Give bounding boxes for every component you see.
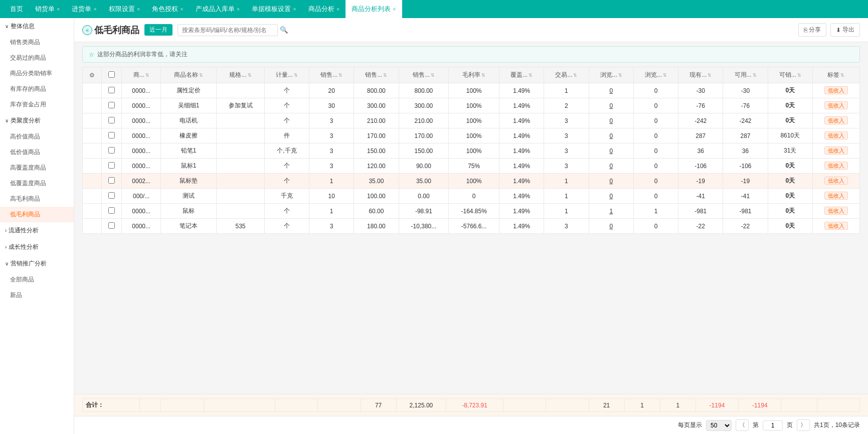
row-checkbox[interactable] bbox=[108, 222, 115, 229]
cell-unit: 千克 bbox=[264, 189, 309, 204]
cell-browse1[interactable]: 0 bbox=[589, 174, 633, 189]
cell-browse1[interactable]: 1 bbox=[589, 204, 633, 219]
row-checkbox[interactable] bbox=[108, 102, 115, 108]
cell-browse1[interactable]: 0 bbox=[589, 189, 633, 204]
nav-purchase-order[interactable]: 进货单 × bbox=[66, 0, 102, 18]
cell-name: 鼠标 bbox=[161, 204, 217, 219]
close-icon[interactable]: × bbox=[336, 6, 339, 12]
row-checkbox[interactable] bbox=[108, 132, 115, 138]
col-current-stock[interactable]: 现有...⇅ bbox=[678, 67, 723, 83]
col-transaction[interactable]: 交易...⇅ bbox=[544, 67, 589, 83]
cell-checkbox[interactable] bbox=[101, 219, 122, 234]
cell-browse1[interactable]: 0 bbox=[589, 159, 633, 174]
row-checkbox[interactable] bbox=[108, 117, 115, 123]
close-icon[interactable]: × bbox=[293, 6, 296, 12]
sidebar-item-high-margin[interactable]: 高毛利商品 bbox=[0, 191, 74, 207]
sidebar-item-low-value[interactable]: 低价值商品 bbox=[0, 144, 74, 160]
sidebar-item-sales-products[interactable]: 销售类商品 bbox=[0, 35, 74, 50]
close-icon[interactable]: × bbox=[237, 6, 240, 12]
cell-browse1[interactable]: 0 bbox=[589, 219, 633, 234]
col-spec[interactable]: 规格...⇅ bbox=[217, 67, 265, 83]
page-number-input[interactable] bbox=[763, 420, 783, 430]
cell-checkbox[interactable] bbox=[101, 204, 122, 219]
col-available[interactable]: 可用...⇅ bbox=[723, 67, 768, 83]
nav-sales-order[interactable]: 销货单 × bbox=[29, 0, 66, 18]
sidebar-item-all-products[interactable]: 全部商品 bbox=[0, 272, 74, 287]
cell-checkbox[interactable] bbox=[101, 98, 122, 113]
cell-browse1[interactable]: 0 bbox=[589, 83, 633, 98]
sidebar-item-traded-products[interactable]: 交易过的商品 bbox=[0, 50, 74, 66]
cell-checkbox[interactable] bbox=[101, 174, 122, 189]
col-saleable[interactable]: 可销...⇅ bbox=[768, 67, 812, 83]
sidebar-item-high-coverage[interactable]: 高覆盖度商品 bbox=[0, 160, 74, 176]
col-tag[interactable]: 标签⇅ bbox=[812, 67, 859, 83]
sidebar-collapse-button[interactable]: « bbox=[82, 25, 92, 35]
cell-browse1[interactable]: 0 bbox=[589, 113, 633, 128]
sidebar-item-stock-products[interactable]: 有库存的商品 bbox=[0, 81, 74, 97]
cell-checkbox[interactable] bbox=[101, 113, 122, 128]
row-checkbox[interactable] bbox=[108, 207, 115, 214]
col-browse2[interactable]: 浏览...⇅ bbox=[633, 67, 678, 83]
time-filter-button[interactable]: 近一月 bbox=[144, 24, 172, 36]
cell-sales-amt: 120.00 bbox=[354, 159, 399, 174]
col-gross-margin[interactable]: 毛利率⇅ bbox=[449, 67, 499, 83]
col-sales-profit[interactable]: 销售...⇅ bbox=[399, 67, 449, 83]
col-coverage[interactable]: 覆盖...⇅ bbox=[499, 67, 544, 83]
nav-role-auth[interactable]: 角色授权 × bbox=[146, 0, 189, 18]
cell-checkbox[interactable] bbox=[101, 189, 122, 204]
totals-sales-amt: 2,125.00 bbox=[396, 399, 446, 412]
col-name[interactable]: 商品名称⇅ bbox=[161, 67, 217, 83]
share-button[interactable]: ⎘ 分享 bbox=[798, 23, 826, 37]
cell-saleable: 0天 bbox=[768, 113, 812, 128]
cell-browse1[interactable]: 0 bbox=[589, 128, 633, 143]
col-sales-qty[interactable]: 销售...⇅ bbox=[309, 67, 354, 83]
nav-permission-settings[interactable]: 权限设置 × bbox=[103, 0, 146, 18]
search-button[interactable]: 🔍 bbox=[280, 26, 288, 34]
row-checkbox[interactable] bbox=[108, 177, 115, 184]
col-settings[interactable]: ⚙ bbox=[83, 67, 102, 83]
sidebar-group-marketing[interactable]: ∨ 营销推广分析 bbox=[0, 255, 74, 272]
sidebar-item-high-value[interactable]: 高价值商品 bbox=[0, 129, 74, 144]
cell-settings bbox=[83, 128, 102, 143]
nav-product-analysis[interactable]: 商品分析 × bbox=[302, 0, 345, 18]
sidebar-item-low-coverage[interactable]: 低覆盖度商品 bbox=[0, 176, 74, 191]
sidebar-item-stock-capital[interactable]: 库存资金占用 bbox=[0, 97, 74, 112]
nav-product-inbound[interactable]: 产成品入库单 × bbox=[190, 0, 246, 18]
sidebar-item-category-rate[interactable]: 商品分类助销率 bbox=[0, 66, 74, 81]
cell-checkbox[interactable] bbox=[101, 83, 122, 98]
row-checkbox[interactable] bbox=[108, 162, 115, 169]
row-checkbox[interactable] bbox=[108, 192, 115, 199]
sidebar-group-overall[interactable]: ∨ 整体信息 bbox=[0, 18, 74, 35]
nav-product-analysis-list[interactable]: 商品分析列表 × bbox=[345, 0, 402, 18]
row-checkbox[interactable] bbox=[108, 87, 115, 93]
select-all-checkbox[interactable] bbox=[108, 71, 115, 78]
search-input[interactable] bbox=[178, 24, 278, 36]
page-size-select[interactable]: 50 20 100 bbox=[706, 420, 732, 431]
sidebar-item-low-margin[interactable]: 低毛利商品 bbox=[0, 207, 74, 222]
close-icon[interactable]: × bbox=[137, 6, 140, 12]
col-code[interactable]: 商...⇅ bbox=[122, 67, 161, 83]
sidebar-group-growth[interactable]: › 成长性分析 bbox=[0, 239, 74, 255]
sidebar-item-new-products[interactable]: 新品 bbox=[0, 287, 74, 303]
cell-browse1[interactable]: 0 bbox=[589, 143, 633, 159]
sidebar-group-circulation[interactable]: › 流通性分析 bbox=[0, 222, 74, 239]
col-checkbox[interactable] bbox=[101, 67, 122, 83]
export-button[interactable]: ⬇ 导出 bbox=[830, 23, 860, 37]
close-icon[interactable]: × bbox=[180, 6, 183, 12]
nav-home[interactable]: 首页 bbox=[4, 0, 29, 18]
close-icon[interactable]: × bbox=[57, 6, 60, 12]
close-icon[interactable]: × bbox=[393, 6, 396, 12]
col-browse1[interactable]: 浏览...⇅ bbox=[589, 67, 633, 83]
prev-page-button[interactable]: 〈 bbox=[736, 419, 749, 431]
col-unit[interactable]: 计量...⇅ bbox=[264, 67, 309, 83]
close-icon[interactable]: × bbox=[93, 6, 96, 12]
cell-checkbox[interactable] bbox=[101, 159, 122, 174]
row-checkbox[interactable] bbox=[108, 147, 115, 154]
col-sales-amt[interactable]: 销售...⇅ bbox=[354, 67, 399, 83]
next-page-button[interactable]: 〉 bbox=[797, 419, 810, 431]
sidebar-group-cluster[interactable]: ∨ 类聚度分析 bbox=[0, 112, 74, 129]
cell-browse1[interactable]: 0 bbox=[589, 98, 633, 113]
cell-checkbox[interactable] bbox=[101, 128, 122, 143]
cell-checkbox[interactable] bbox=[101, 143, 122, 159]
nav-template-settings[interactable]: 单据模板设置 × bbox=[246, 0, 302, 18]
